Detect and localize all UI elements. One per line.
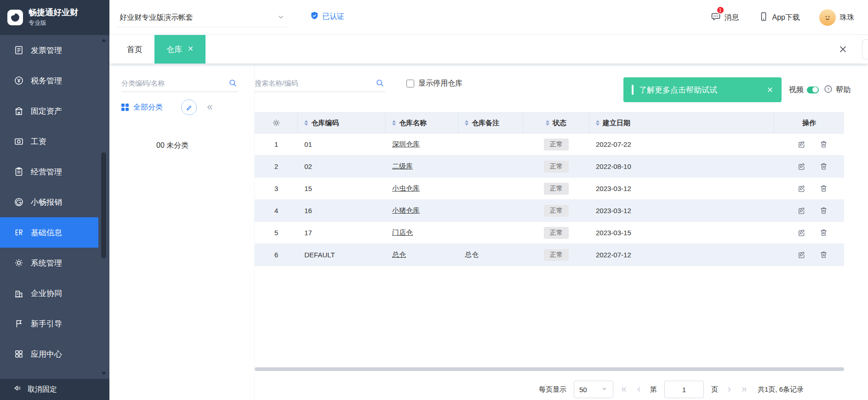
sort-icons[interactable] [392,120,396,126]
status-badge: 正常 [544,227,569,239]
row-index: 1 [255,133,298,155]
warehouse-name-link[interactable]: 小猪仓库 [392,206,420,215]
sort-icons[interactable] [546,120,549,126]
sort-icons[interactable] [304,120,308,126]
show-disabled-toggle[interactable]: 显示停用仓库 [406,78,463,88]
warehouse-note: 总仓 [458,244,523,266]
sidebar-item-salary[interactable]: 工资 [0,126,98,157]
search-icon[interactable] [228,79,237,89]
next-page-button[interactable] [725,386,733,393]
phone-icon [759,12,769,23]
sort-icons[interactable] [596,120,600,126]
delete-row-icon[interactable] [819,184,828,193]
close-tabs-icon[interactable] [839,46,847,53]
sidebar-scrollbar[interactable] [98,35,109,379]
prev-page-button[interactable] [635,386,643,393]
column-header-date[interactable]: 建立日期 [589,113,774,133]
edit-row-icon[interactable] [797,250,805,259]
delete-row-icon[interactable] [819,140,828,149]
table-row[interactable]: 6 DEFAULT 总仓 总仓 正常 2022-07-12 [255,244,844,266]
warehouse-name-link[interactable]: 总仓 [392,250,406,259]
sidebar-item-tax[interactable]: 税务管理 [0,65,98,96]
expense-icon [14,197,24,207]
sidebar-nav: 发票管理 税务管理 固定资产 工资 经营管理 小畅报销 [0,35,98,369]
scrollbar-thumb[interactable] [101,152,106,258]
sidebar-item-invoice[interactable]: 发票管理 [0,35,98,65]
user-name: 珠珠 [839,13,854,23]
column-header-name[interactable]: 仓库名称 [386,113,458,133]
column-label: 状态 [553,119,566,128]
search-icon[interactable] [376,79,384,89]
warehouse-name-link[interactable]: 二级库 [392,162,413,171]
user-menu[interactable]: 珠珠 [819,9,854,26]
sidebar-item-label: 应用中心 [31,349,62,359]
table-row[interactable]: 2 02 二级库 正常 2022-08-10 [255,156,844,178]
warehouse-code: 15 [298,178,386,199]
category-search-input[interactable] [121,79,238,87]
edit-categories-button[interactable] [181,99,197,115]
horizontal-scrollbar[interactable] [255,367,844,371]
table-row[interactable]: 1 01 深圳仓库 正常 2022-07-22 [255,133,844,156]
sidebar-item-guide[interactable]: 新手引导 [0,308,98,339]
warehouse-note [458,133,523,155]
edit-row-icon[interactable] [797,206,805,215]
table-row[interactable]: 4 16 小猪仓库 正常 2023-03-12 [255,200,844,222]
tab-home[interactable]: 首页 [115,35,154,64]
last-page-button[interactable] [740,386,748,393]
page-number-input[interactable] [664,381,704,398]
warehouse-name-link[interactable]: 小虫仓库 [392,184,420,193]
category-item-uncategorized[interactable]: 00 未分类 [156,141,188,151]
help-button[interactable]: ? 帮助 [824,85,851,95]
sidebar-item-app-center[interactable]: 应用中心 [0,339,98,369]
side-drawer-handle[interactable] [862,39,868,59]
warehouse-name-link[interactable]: 深圳仓库 [392,140,420,149]
all-categories-label[interactable]: 全部分类 [133,103,163,112]
edit-row-icon[interactable] [797,140,805,149]
sidebar-item-label: 经营管理 [31,167,62,177]
warehouse-name-link[interactable]: 门店仓 [392,228,413,237]
sidebar-item-collaboration[interactable]: 企业协同 [0,278,98,308]
scroll-down-arrow-icon[interactable] [102,372,106,375]
tab-warehouse[interactable]: 仓库 [154,35,206,64]
warehouse-note [458,178,523,199]
warehouse-note [458,156,523,177]
video-switch-icon[interactable] [807,87,819,93]
messages-button[interactable]: 1 消息 [711,12,739,23]
show-disabled-checkbox[interactable] [406,80,414,87]
account-set-select[interactable]: 好业财专业版演示帐套 [117,9,288,27]
column-header-status[interactable]: 状态 [523,113,589,133]
edit-row-icon[interactable] [797,184,805,193]
per-page-select[interactable]: 50 [574,381,613,398]
table-row[interactable]: 3 15 小虫仓库 正常 2023-03-12 [255,178,844,200]
column-header-code[interactable]: 仓库编码 [298,113,386,133]
edit-row-icon[interactable] [797,228,805,237]
delete-row-icon[interactable] [819,228,828,237]
sidebar-item-basic-info[interactable]: 基础信息 [0,217,98,248]
sidebar-item-operations[interactable]: 经营管理 [0,157,98,187]
first-page-button[interactable] [621,386,628,393]
collapse-panel-icon[interactable] [205,103,213,111]
sidebar-item-label: 新手引导 [31,319,62,329]
brand-edition: 专业版 [29,19,78,27]
sidebar-item-system[interactable]: 系统管理 [0,248,98,278]
warehouse-search-input[interactable] [255,79,385,87]
video-toggle[interactable]: 视频 [789,85,819,95]
sidebar: 畅捷通好业财 专业版 发票管理 税务管理 固定资产 工资 [0,0,109,400]
edit-row-icon[interactable] [797,162,805,171]
column-header-note[interactable]: 仓库备注 [458,113,523,133]
delete-row-icon[interactable] [819,206,828,215]
verified-badge[interactable]: 已认证 [310,11,344,22]
toast-close-icon[interactable] [767,87,773,93]
delete-row-icon[interactable] [819,250,828,259]
scroll-up-arrow-icon[interactable] [102,39,106,42]
table-row[interactable]: 5 17 门店仓 正常 2023-03-15 [255,222,844,244]
tab-close-icon[interactable] [188,45,194,54]
app-download-button[interactable]: App下载 [759,12,800,23]
sort-icons[interactable] [465,120,468,126]
delete-row-icon[interactable] [819,162,828,171]
column-settings-button[interactable] [255,113,298,133]
sidebar-item-fixed-assets[interactable]: 固定资产 [0,96,98,126]
sidebar-item-expense[interactable]: 小畅报销 [0,187,98,217]
warehouse-code: 16 [298,200,386,221]
unpin-sidebar-button[interactable]: 取消固定 [0,379,109,400]
